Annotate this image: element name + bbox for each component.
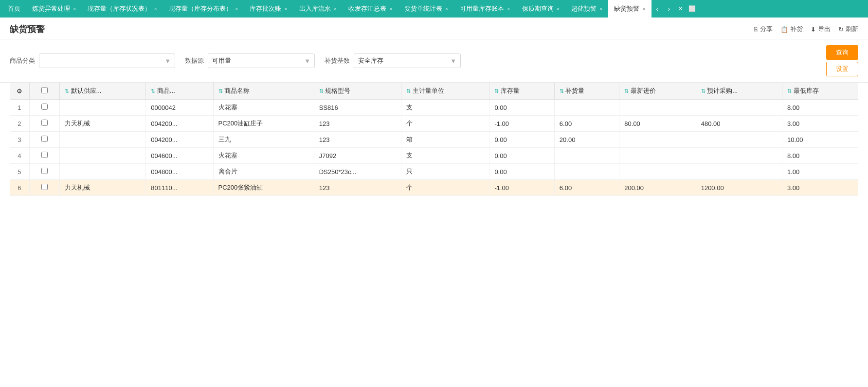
share-icon: ⎘: [754, 26, 758, 33]
col-commodity-code[interactable]: ⇅ 商品...: [146, 83, 213, 100]
row-checkbox: [29, 132, 59, 148]
tab-1[interactable]: 炼货异常处理 ×: [26, 0, 82, 18]
page-title: 缺货预警: [10, 23, 45, 35]
commodity-code: 801110...: [146, 180, 213, 196]
table-row[interactable]: 3004200...三九123箱0.0020.0010.00: [10, 132, 858, 148]
tab-close-9[interactable]: ×: [557, 6, 560, 12]
row-check[interactable]: [41, 120, 48, 126]
tab-close-6[interactable]: ×: [389, 6, 392, 12]
tab-10[interactable]: 超储预警 ×: [565, 0, 608, 18]
sort-icon-3: ⇅: [218, 88, 223, 94]
replenish-base-select[interactable]: 安全库存 ▼: [354, 53, 461, 68]
sort-icon: ⇅: [65, 88, 69, 94]
window-restore-btn[interactable]: ⬜: [687, 3, 698, 15]
row-num: 2: [10, 116, 29, 132]
sort-icon-2: ⇅: [151, 88, 155, 94]
query-button[interactable]: 查询: [826, 45, 858, 60]
min-stock: 10.00: [782, 132, 858, 148]
commodity-code: 004600...: [146, 148, 213, 164]
row-check[interactable]: [41, 168, 48, 174]
commodity-category-label: 商品分类: [10, 56, 35, 65]
replenish-action[interactable]: 📋 补货: [780, 25, 803, 34]
table-row[interactable]: 5004800...离合片DS250*23c...只0.001.00: [10, 164, 858, 180]
unit: 箱: [401, 132, 489, 148]
settings-button[interactable]: 设置: [826, 62, 858, 76]
col-estimated-purchase[interactable]: ⇅ 预计采购...: [696, 83, 782, 100]
col-unit[interactable]: ⇅ 主计量单位: [401, 83, 489, 100]
tab-8[interactable]: 可用量库存账本 ×: [454, 0, 516, 18]
default-supplier: [59, 100, 145, 116]
col-spec-model[interactable]: ⇅ 规格型号: [314, 83, 401, 100]
main-content: 缺货预警 ⎘ 分享 📋 补货 ⬇ 导出 ↻ 刷新 商品分类: [0, 18, 868, 387]
data-source-label: 数据源: [185, 56, 204, 65]
table-row[interactable]: 2力天机械004200...PC200油缸庄子123个-1.006.0080.0…: [10, 116, 858, 132]
tab-close-4[interactable]: ×: [284, 6, 287, 12]
tab-home[interactable]: 首页: [2, 0, 26, 18]
table-row[interactable]: 4004600...火花塞J7092支0.008.00: [10, 148, 858, 164]
tab-6[interactable]: 收发存汇总表 ×: [343, 0, 398, 18]
stock-qty: -1.00: [489, 180, 554, 196]
sort-icon-6: ⇅: [494, 88, 499, 94]
replenish-qty: [554, 100, 619, 116]
tab-7[interactable]: 要货单统计表 ×: [398, 0, 454, 18]
default-supplier: 力天机械: [59, 180, 145, 196]
col-replenish-qty[interactable]: ⇅ 补货量: [554, 83, 619, 100]
commodity-name: 离合片: [213, 164, 314, 180]
spec-model: 123: [314, 116, 401, 132]
tab-close-1[interactable]: ×: [73, 6, 76, 12]
tab-close-11[interactable]: ×: [642, 6, 645, 12]
col-latest-price[interactable]: ⇅ 最新进价: [619, 83, 696, 100]
default-supplier: [59, 164, 145, 180]
tab-5[interactable]: 出入库流水 ×: [293, 0, 343, 18]
tab-close-3[interactable]: ×: [235, 6, 238, 12]
tab-close-2[interactable]: ×: [154, 6, 157, 12]
settings-gear-icon: ⚙: [17, 88, 22, 95]
unit: 个: [401, 116, 489, 132]
tab-prev-btn[interactable]: ‹: [651, 3, 663, 15]
tab-9[interactable]: 保质期查询 ×: [516, 0, 565, 18]
default-supplier: 力天机械: [59, 116, 145, 132]
tab-3[interactable]: 现存量（库存分布表） ×: [163, 0, 244, 18]
stock-qty: -1.00: [489, 116, 554, 132]
col-commodity-name[interactable]: ⇅ 商品名称: [213, 83, 314, 100]
table-row[interactable]: 6力天机械801110...PC200张紧油缸123个-1.006.00200.…: [10, 180, 858, 196]
sort-icon-7: ⇅: [560, 88, 564, 94]
col-min-stock[interactable]: ⇅ 最低库存: [782, 83, 858, 100]
row-check[interactable]: [41, 184, 48, 190]
select-all-checkbox[interactable]: [41, 87, 48, 93]
data-source-filter: 数据源 可用量 ▼: [185, 53, 315, 68]
tab-close-8[interactable]: ×: [507, 6, 510, 12]
tab-4[interactable]: 库存批次账 ×: [244, 0, 293, 18]
replenish-qty: [554, 148, 619, 164]
row-check[interactable]: [41, 136, 48, 142]
col-stock-qty[interactable]: ⇅ 库存量: [489, 83, 554, 100]
row-check[interactable]: [41, 104, 48, 110]
data-table: ⚙ ⇅ 默认供应... ⇅ 商品... ⇅ 商品名称: [10, 83, 858, 196]
window-close-btn[interactable]: ×: [675, 3, 687, 15]
refresh-action[interactable]: ↻ 刷新: [838, 25, 858, 34]
filter-actions: 查询 设置: [826, 45, 858, 76]
commodity-category-select[interactable]: ▼: [39, 53, 175, 68]
table-row[interactable]: 10000042火花塞SS816支0.008.00: [10, 100, 858, 116]
stock-qty: 0.00: [489, 164, 554, 180]
estimated-purchase: 480.00: [696, 116, 782, 132]
tab-2[interactable]: 现存量（库存状况表） ×: [82, 0, 163, 18]
col-checkbox[interactable]: [29, 83, 59, 100]
col-settings[interactable]: ⚙: [10, 83, 29, 100]
tab-next-btn[interactable]: ›: [663, 3, 675, 15]
unit: 支: [401, 100, 489, 116]
tab-11[interactable]: 缺货预警 ×: [608, 0, 651, 18]
tab-close-7[interactable]: ×: [445, 6, 448, 12]
commodity-name: 火花塞: [213, 148, 314, 164]
row-checkbox: [29, 148, 59, 164]
data-source-select[interactable]: 可用量 ▼: [208, 53, 315, 68]
min-stock: 1.00: [782, 164, 858, 180]
col-default-supplier[interactable]: ⇅ 默认供应...: [59, 83, 145, 100]
row-num: 4: [10, 148, 29, 164]
export-action[interactable]: ⬇ 导出: [811, 25, 831, 34]
tab-close-5[interactable]: ×: [334, 6, 337, 12]
row-check[interactable]: [41, 152, 48, 158]
tab-close-10[interactable]: ×: [599, 6, 602, 12]
sort-icon-8: ⇅: [624, 88, 629, 94]
share-action[interactable]: ⎘ 分享: [754, 25, 773, 34]
